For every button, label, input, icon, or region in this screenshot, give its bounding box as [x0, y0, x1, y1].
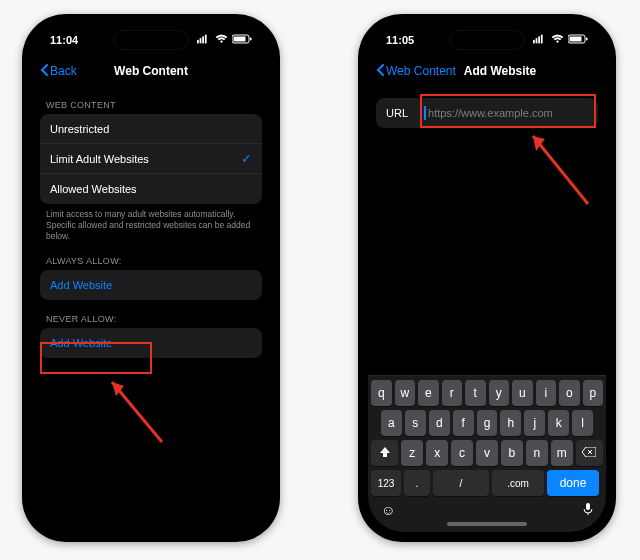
- keyboard-row-4: 123 . / .com done: [371, 470, 603, 496]
- keyboard-row-2: a s d f g h j k l: [371, 410, 603, 436]
- backspace-icon: [582, 446, 596, 460]
- add-website-label: Add Website: [50, 337, 112, 349]
- key-n[interactable]: n: [526, 440, 548, 466]
- svg-rect-18: [586, 503, 590, 510]
- text-cursor: [424, 106, 426, 120]
- url-field-row[interactable]: URL https://www.example.com: [376, 98, 598, 128]
- status-time: 11:04: [50, 34, 78, 46]
- dynamic-island: [449, 30, 525, 50]
- url-input[interactable]: https://www.example.com: [424, 106, 588, 120]
- annotation-arrow: [518, 124, 598, 214]
- svg-marker-8: [112, 382, 124, 396]
- option-label: Allowed Websites: [50, 183, 137, 195]
- key-h[interactable]: h: [500, 410, 521, 436]
- key-s[interactable]: s: [405, 410, 426, 436]
- annotation-arrow: [102, 372, 172, 452]
- svg-marker-17: [533, 136, 545, 151]
- svg-rect-9: [533, 40, 535, 44]
- navbar: Web Content Add Website: [368, 56, 606, 86]
- mic-icon[interactable]: [583, 502, 593, 518]
- back-button[interactable]: Web Content: [376, 64, 456, 79]
- key-o[interactable]: o: [559, 380, 580, 406]
- key-slash[interactable]: /: [433, 470, 489, 496]
- option-allowed-only[interactable]: Allowed Websites: [40, 174, 262, 204]
- keyboard: q w e r t y u i o p a s d f g h j k l: [368, 375, 606, 532]
- phone-web-content: 11:04 Back Web Content: [22, 14, 280, 542]
- battery-icon: [232, 34, 252, 46]
- web-content-options: Unrestricted Limit Adult Websites ✓ Allo…: [40, 114, 262, 204]
- url-label: URL: [386, 107, 408, 119]
- never-allow-list: Add Website: [40, 328, 262, 358]
- key-i[interactable]: i: [536, 380, 557, 406]
- battery-icon: [568, 34, 588, 46]
- key-y[interactable]: y: [489, 380, 510, 406]
- key-l[interactable]: l: [572, 410, 593, 436]
- keyboard-row-1: q w e r t y u i o p: [371, 380, 603, 406]
- section-footer: Limit access to many adult websites auto…: [32, 204, 270, 242]
- section-header-always: ALWAYS ALLOW:: [32, 242, 270, 270]
- status-time: 11:05: [386, 34, 414, 46]
- key-d[interactable]: d: [429, 410, 450, 436]
- phone-add-website: 11:05 Web Content Add Website: [358, 14, 616, 542]
- back-label: Back: [50, 64, 77, 78]
- svg-rect-3: [205, 35, 207, 44]
- home-indicator[interactable]: [447, 522, 527, 526]
- emoji-icon[interactable]: ☺: [381, 502, 395, 518]
- svg-rect-11: [538, 36, 540, 43]
- svg-rect-10: [536, 38, 538, 43]
- key-v[interactable]: v: [476, 440, 498, 466]
- key-p[interactable]: p: [583, 380, 604, 406]
- option-limit-adult[interactable]: Limit Adult Websites ✓: [40, 144, 262, 174]
- back-label: Web Content: [386, 64, 456, 78]
- key-u[interactable]: u: [512, 380, 533, 406]
- key-numbers[interactable]: 123: [371, 470, 401, 496]
- key-shift[interactable]: [371, 440, 398, 466]
- key-g[interactable]: g: [477, 410, 498, 436]
- dynamic-island: [113, 30, 189, 50]
- keyboard-row-3: z x c v b n m: [371, 440, 603, 466]
- key-r[interactable]: r: [442, 380, 463, 406]
- key-m[interactable]: m: [551, 440, 573, 466]
- key-b[interactable]: b: [501, 440, 523, 466]
- key-z[interactable]: z: [401, 440, 423, 466]
- key-a[interactable]: a: [381, 410, 402, 436]
- signal-icon: [197, 34, 211, 46]
- key-f[interactable]: f: [453, 410, 474, 436]
- checkmark-icon: ✓: [241, 151, 252, 166]
- back-button[interactable]: Back: [40, 64, 77, 79]
- key-w[interactable]: w: [395, 380, 416, 406]
- key-backspace[interactable]: [576, 440, 603, 466]
- add-website-never-button[interactable]: Add Website: [40, 328, 262, 358]
- key-e[interactable]: e: [418, 380, 439, 406]
- key-k[interactable]: k: [548, 410, 569, 436]
- url-placeholder: https://www.example.com: [428, 107, 553, 119]
- option-label: Unrestricted: [50, 123, 109, 135]
- add-website-always-button[interactable]: Add Website: [40, 270, 262, 300]
- wifi-icon: [551, 34, 564, 46]
- option-unrestricted[interactable]: Unrestricted: [40, 114, 262, 144]
- key-done[interactable]: done: [547, 470, 599, 496]
- key-period[interactable]: .: [404, 470, 430, 496]
- key-x[interactable]: x: [426, 440, 448, 466]
- page-title: Add Website: [464, 64, 536, 78]
- svg-rect-14: [570, 37, 582, 42]
- section-header-never: NEVER ALLOW:: [32, 300, 270, 328]
- svg-line-7: [112, 382, 162, 442]
- svg-rect-12: [541, 35, 543, 44]
- page-title: Web Content: [114, 64, 188, 78]
- key-q[interactable]: q: [371, 380, 392, 406]
- chevron-left-icon: [376, 64, 384, 79]
- shift-icon: [379, 446, 391, 461]
- signal-icon: [533, 34, 547, 46]
- key-c[interactable]: c: [451, 440, 473, 466]
- svg-rect-6: [250, 38, 252, 41]
- chevron-left-icon: [40, 64, 48, 79]
- option-label: Limit Adult Websites: [50, 153, 149, 165]
- wifi-icon: [215, 34, 228, 46]
- key-j[interactable]: j: [524, 410, 545, 436]
- section-header-webcontent: WEB CONTENT: [32, 86, 270, 114]
- svg-rect-1: [200, 38, 202, 43]
- key-dotcom[interactable]: .com: [492, 470, 544, 496]
- key-t[interactable]: t: [465, 380, 486, 406]
- svg-rect-5: [234, 37, 246, 42]
